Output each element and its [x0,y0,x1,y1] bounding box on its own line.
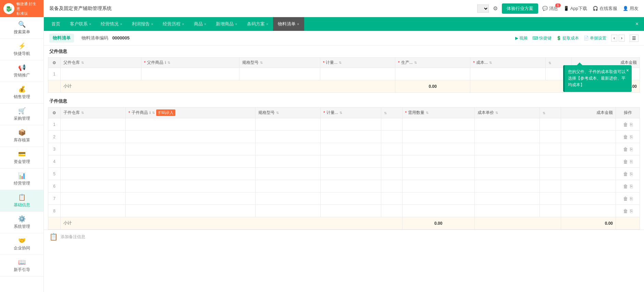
child-row-7-product[interactable] [125,192,255,205]
parent-row-1-unit[interactable] [320,68,395,80]
tab-history-close[interactable]: × [182,22,184,26]
experience-btn[interactable]: 体验行业方案 [502,3,538,14]
tab-operations-close[interactable]: × [120,22,122,26]
child-row-2-product[interactable] [125,131,255,143]
sidebar-item-enterprise[interactable]: 🤝 企业协同 [0,233,44,255]
child-row-2-unit[interactable] [321,131,381,143]
child-row-7-unit[interactable] [321,192,381,205]
parent-row-1-product[interactable] [141,68,239,80]
extract-cost-action[interactable]: 💲 提取成本 [556,35,579,41]
child-row-7-unit-price[interactable] [474,192,540,205]
child-row-6-qty[interactable] [402,180,474,192]
tab-home[interactable]: 首页 [47,17,65,31]
tab-history[interactable]: 经营历程 × [158,17,189,31]
sidebar-item-search[interactable]: 🔍 搜索菜单 [0,17,44,39]
child-row-4-unit[interactable] [321,155,381,168]
prev-page-btn[interactable]: ‹ [611,35,617,42]
child-row-1-qty[interactable] [402,118,474,131]
parent-row-1-cost[interactable] [470,68,545,80]
tab-bom[interactable]: 物料清单 × [273,17,304,31]
child-row-5-unit-price[interactable] [474,168,540,180]
message-btn[interactable]: 💬 消息 6 [542,5,558,12]
parent-row-1-produce[interactable] [395,68,470,80]
tab-bom-close[interactable]: × [297,22,299,26]
child-row-5-product[interactable] [125,168,255,180]
child-row-8-qty[interactable] [402,205,474,217]
child-row-8-unit[interactable] [321,205,381,217]
copy-icon-row-4[interactable]: ⎘ [630,159,633,164]
next-page-btn[interactable]: › [619,35,625,42]
child-row-1-product[interactable] [125,118,255,131]
child-row-6-unit-price[interactable] [474,180,540,192]
system-dropdown[interactable] [477,4,489,13]
delete-icon-row-7[interactable]: 🗑 [623,196,628,201]
child-row-4-qty[interactable] [402,155,474,168]
copy-icon-row-8[interactable]: ⎘ [630,208,633,214]
sidebar-item-inventory[interactable]: 📦 库存核算 [0,125,44,147]
child-row-5-qty[interactable] [402,168,474,180]
child-col-config[interactable]: ⚙ [48,107,61,118]
child-row-5-warehouse[interactable] [61,168,126,180]
tab-add-goods[interactable]: 新增商品 × [211,17,242,31]
child-row-7-warehouse[interactable] [61,192,126,205]
note-icon[interactable]: 📋 [49,233,58,241]
sidebar-item-quick-nav[interactable]: ⚡ 快捷导航 [0,39,44,60]
tab-customer[interactable]: 客户联系 × [65,17,96,31]
delete-icon-row-4[interactable]: 🗑 [623,159,628,164]
sidebar-item-system[interactable]: ⚙️ 系统管理 [0,212,44,233]
tab-add-goods-close[interactable]: × [235,22,237,26]
grid-view-btn[interactable]: ☰ [630,35,639,42]
child-row-6-product[interactable] [125,180,255,192]
child-row-8-product[interactable] [125,205,255,217]
child-row-5-unit[interactable] [321,168,381,180]
child-row-1-unit-price[interactable] [474,118,540,131]
online-service-btn[interactable]: 🎧 在线客服 [593,5,617,12]
child-row-4-product[interactable] [125,155,255,168]
copy-icon-row-3[interactable]: ⎘ [630,147,633,152]
tooltip-close-btn[interactable]: × [626,67,629,74]
settings-icon[interactable]: ⚙ [493,5,498,12]
delete-icon-row-2[interactable]: 🗑 [623,134,628,140]
sidebar-item-finance[interactable]: 💳 资金管理 [0,147,44,168]
tab-barcode[interactable]: 条码方案 × [242,17,273,31]
close-all-tabs[interactable]: × [633,21,641,27]
delete-icon-row-5[interactable]: 🗑 [623,171,628,177]
child-row-3-spec[interactable] [256,143,321,155]
child-row-7-qty[interactable] [402,192,474,205]
child-row-5-spec[interactable] [256,168,321,180]
tab-profit-close[interactable]: × [151,22,153,26]
copy-icon-row-5[interactable]: ⎘ [630,171,633,177]
child-row-2-qty[interactable] [402,131,474,143]
child-row-6-spec[interactable] [256,180,321,192]
child-row-8-unit-price[interactable] [474,205,540,217]
child-row-8-warehouse[interactable] [61,205,126,217]
view-action[interactable]: ▶ 视频 [515,35,528,41]
add-note-label[interactable]: 添加备注信息 [61,234,85,240]
sidebar-item-guide[interactable]: 📖 新手引导 [0,255,44,277]
child-row-1-warehouse[interactable] [61,118,126,131]
tab-customer-close[interactable]: × [89,22,91,26]
parent-row-1-warehouse[interactable] [61,68,141,80]
child-row-2-unit-price[interactable] [474,131,540,143]
child-row-3-product[interactable] [125,143,255,155]
child-row-7-spec[interactable] [256,192,321,205]
delete-icon-row-8[interactable]: 🗑 [623,208,628,214]
child-row-4-warehouse[interactable] [61,155,126,168]
sidebar-item-sales[interactable]: 💰 销售管理 [0,82,44,104]
child-row-2-warehouse[interactable] [61,131,126,143]
tab-goods-close[interactable]: × [204,22,206,26]
delete-icon-row-1[interactable]: 🗑 [623,122,628,127]
copy-icon-row-6[interactable]: ⎘ [630,184,633,189]
child-row-1-spec[interactable] [256,118,321,131]
child-row-3-warehouse[interactable] [61,143,126,155]
child-row-3-unit[interactable] [321,143,381,155]
scan-btn[interactable]: 扫码录入 [156,109,175,116]
single-settings-action[interactable]: 📄 单据设置 [584,35,606,41]
tab-operations[interactable]: 经营情况 × [96,17,127,31]
copy-icon-row-2[interactable]: ⎘ [630,134,633,140]
child-row-4-spec[interactable] [256,155,321,168]
delete-icon-row-6[interactable]: 🗑 [623,184,628,189]
sidebar-item-operations[interactable]: 📊 经营管理 [0,168,44,190]
tab-barcode-close[interactable]: × [266,22,268,26]
sidebar-item-purchase[interactable]: 🛒 采购管理 [0,104,44,125]
